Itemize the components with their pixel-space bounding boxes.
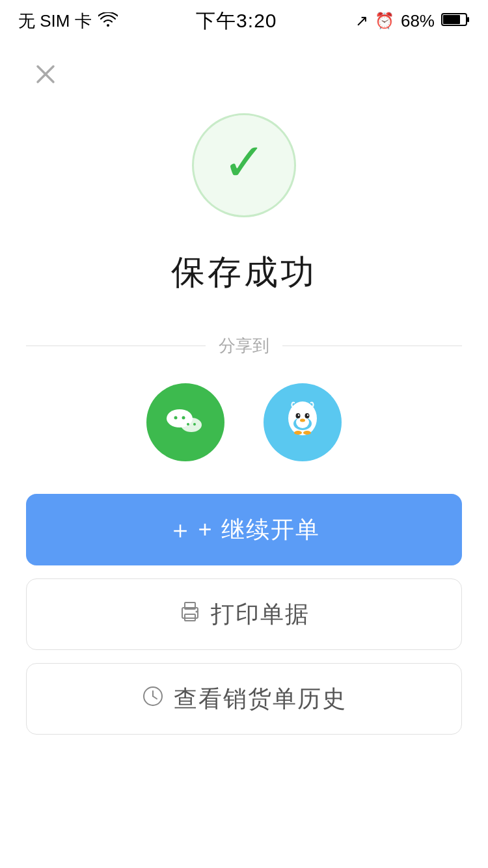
svg-point-15 bbox=[305, 413, 310, 418]
qq-share-button[interactable] bbox=[264, 383, 342, 461]
svg-line-27 bbox=[153, 696, 157, 699]
wechat-share-button[interactable] bbox=[146, 383, 224, 461]
printer-icon bbox=[178, 600, 202, 629]
status-time: 下午3:20 bbox=[196, 8, 277, 34]
success-icon-circle: ✓ bbox=[192, 113, 296, 217]
svg-point-16 bbox=[298, 414, 299, 416]
svg-point-9 bbox=[187, 423, 189, 426]
svg-point-19 bbox=[294, 431, 302, 435]
checkmark-icon: ✓ bbox=[223, 137, 266, 189]
share-icons bbox=[26, 383, 462, 461]
battery-icon bbox=[441, 11, 470, 31]
alarm-icon: ⏰ bbox=[375, 12, 394, 30]
plus-icon: ＋ bbox=[168, 513, 194, 547]
status-bar: 无 SIM 卡 下午3:20 ↗ ⏰ 68% bbox=[0, 0, 488, 42]
share-label: 分享到 bbox=[206, 334, 282, 357]
svg-point-17 bbox=[307, 414, 308, 416]
location-icon: ↗ bbox=[355, 12, 368, 30]
svg-point-6 bbox=[181, 418, 202, 432]
sim-label: 无 SIM 卡 bbox=[18, 10, 92, 33]
success-title: 保存成功 bbox=[171, 250, 317, 295]
continue-order-button[interactable]: ＋ + 继续开单 bbox=[26, 494, 462, 565]
print-label: 打印单据 bbox=[211, 599, 310, 631]
svg-rect-2 bbox=[467, 17, 469, 22]
history-label: 查看销货单历史 bbox=[174, 683, 347, 715]
share-section: 分享到 bbox=[26, 334, 462, 461]
svg-point-10 bbox=[193, 423, 196, 426]
print-button[interactable]: 打印单据 bbox=[26, 578, 462, 650]
svg-point-20 bbox=[303, 431, 311, 435]
status-left: 无 SIM 卡 bbox=[18, 10, 118, 33]
action-buttons: ＋ + 继续开单 打印单据 查看销货单 bbox=[26, 494, 462, 735]
status-right: ↗ ⏰ 68% bbox=[355, 11, 470, 31]
battery-label: 68% bbox=[401, 11, 435, 31]
svg-point-14 bbox=[296, 413, 301, 418]
svg-point-24 bbox=[196, 610, 198, 612]
svg-point-18 bbox=[300, 419, 305, 422]
svg-point-8 bbox=[182, 416, 185, 420]
close-button[interactable] bbox=[26, 55, 65, 94]
share-divider: 分享到 bbox=[26, 334, 462, 357]
svg-rect-1 bbox=[443, 15, 460, 24]
svg-point-7 bbox=[174, 416, 178, 420]
clock-icon bbox=[141, 685, 165, 714]
continue-order-label: + 继续开单 bbox=[198, 514, 319, 546]
wifi-icon bbox=[98, 11, 118, 31]
history-button[interactable]: 查看销货单历史 bbox=[26, 663, 462, 735]
main-content: ✓ 保存成功 分享到 bbox=[0, 42, 488, 868]
